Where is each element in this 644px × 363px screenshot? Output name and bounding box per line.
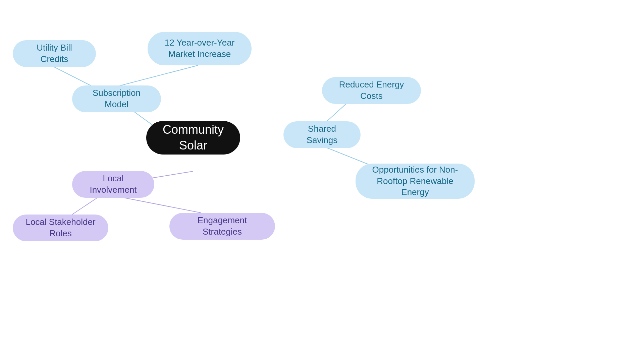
svg-line-2 [117, 65, 198, 86]
local-involvement-node: Local Involvement [72, 171, 154, 198]
shared-savings-node: Shared Savings [283, 121, 361, 148]
engagement-strategies-node: Engagement Strategies [169, 213, 275, 240]
year-over-year-node: 12 Year-over-Year Market Increase [148, 32, 252, 65]
center-node: Community Solar [146, 121, 240, 155]
svg-line-5 [322, 146, 372, 166]
subscription-model-node: Subscription Model [72, 85, 161, 112]
local-stakeholder-roles-node: Local Stakeholder Roles [13, 215, 108, 241]
reduced-energy-costs-node: Reduced Energy Costs [322, 77, 421, 104]
utility-bill-credits-node: Utility Bill Credits [13, 40, 96, 67]
svg-line-8 [124, 198, 201, 213]
non-rooftop-renewable-node: Opportunities for Non-Rooftop Renewable … [356, 164, 475, 199]
svg-line-7 [72, 198, 97, 215]
svg-line-1 [54, 67, 94, 87]
